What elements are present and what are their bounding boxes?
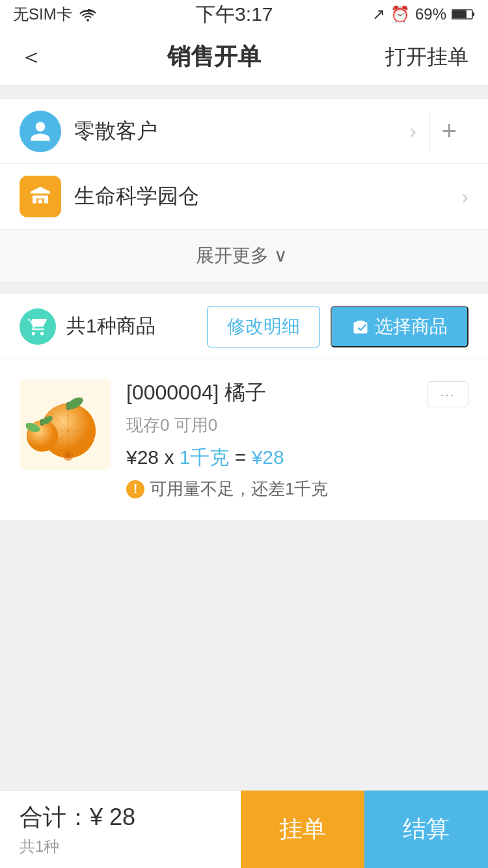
price-total: ¥28 <box>252 446 284 468</box>
open-pending-button[interactable]: 打开挂单 <box>385 43 468 72</box>
price-quantity: 1千克 <box>180 446 230 468</box>
expand-more-button[interactable]: 展开更多 ∨ <box>0 229 488 281</box>
edit-detail-button[interactable]: 修改明细 <box>207 306 320 347</box>
customer-avatar <box>20 111 61 152</box>
products-header: 共1种商品 修改明细 选择商品 <box>0 294 488 359</box>
status-bar-left: 无SIM卡 <box>13 4 97 25</box>
exclamation-icon: ! <box>133 481 138 496</box>
product-item: [0000004] 橘子 现存0 可用0 ¥28 x 1千克 = ¥28 ! 可… <box>0 359 488 520</box>
product-image <box>20 379 111 470</box>
product-info: [0000004] 橘子 现存0 可用0 ¥28 x 1千克 = ¥28 ! 可… <box>126 379 411 500</box>
empty-area <box>0 520 488 793</box>
price-base: ¥28 x <box>126 446 180 468</box>
total-value: ¥ 28 <box>90 804 135 830</box>
select-products-button[interactable]: 选择商品 <box>331 306 468 347</box>
product-stock: 现存0 可用0 <box>126 414 411 437</box>
total-amount: 合计：¥ 28 <box>20 802 221 834</box>
warehouse-avatar <box>20 176 61 217</box>
product-id: [0000004] <box>126 381 224 404</box>
battery-icon <box>452 8 475 20</box>
total-section: 合计：¥ 28 共1种 <box>0 791 241 868</box>
select-cart-icon <box>351 318 370 336</box>
product-title: 橘子 <box>224 381 266 404</box>
products-icon <box>20 308 56 345</box>
customer-chevron-icon: › <box>409 119 416 143</box>
product-more: ··· <box>427 379 468 500</box>
status-bar-time: 下午3:17 <box>196 1 273 28</box>
orange-image <box>26 385 104 463</box>
chevron-down-icon: ∨ <box>274 245 288 266</box>
page-title: 销售开单 <box>167 41 261 73</box>
total-count: 共1种 <box>20 836 221 857</box>
warehouse-name: 生命科学园仓 <box>74 182 461 211</box>
product-warning: ! 可用量不足，还差1千克 <box>126 478 411 500</box>
status-bar: 无SIM卡 下午3:17 ↗ ⏰ 69% <box>0 0 488 29</box>
status-bar-right: ↗ ⏰ 69% <box>372 5 475 23</box>
location-icon: ↗ <box>372 5 385 23</box>
warehouse-icon <box>29 185 52 208</box>
products-section: 共1种商品 修改明细 选择商品 <box>0 294 488 520</box>
customer-row[interactable]: 零散客户 › + <box>0 99 488 164</box>
alarm-icon: ⏰ <box>390 5 410 23</box>
hang-button[interactable]: 挂单 <box>241 791 364 868</box>
user-icon <box>29 120 52 143</box>
battery-text: 69% <box>415 5 446 23</box>
product-more-button[interactable]: ··· <box>427 381 468 407</box>
svg-rect-1 <box>472 12 474 16</box>
select-label: 选择商品 <box>375 314 448 339</box>
bottom-bar: 合计：¥ 28 共1种 挂单 结算 <box>0 790 488 868</box>
wifi-icon <box>79 7 97 21</box>
divider-1 <box>0 86 488 99</box>
carrier-text: 无SIM卡 <box>13 4 72 25</box>
plus-icon: + <box>442 116 457 146</box>
warehouse-row[interactable]: 生命科学园仓 › <box>0 164 488 229</box>
back-button[interactable]: ＜ <box>20 41 43 73</box>
warning-text: 可用量不足，还差1千克 <box>150 478 328 500</box>
warning-icon: ! <box>126 480 144 498</box>
total-label: 合计： <box>20 804 90 830</box>
cart-icon <box>27 316 48 337</box>
nav-bar: ＜ 销售开单 打开挂单 <box>0 29 488 86</box>
product-name: [0000004] 橘子 <box>126 379 411 407</box>
products-count: 共1种商品 <box>66 313 207 340</box>
checkout-button[interactable]: 结算 <box>364 791 488 868</box>
expand-label: 展开更多 <box>196 243 269 268</box>
product-price: ¥28 x 1千克 = ¥28 <box>126 444 411 471</box>
add-customer-button[interactable]: + <box>429 112 468 151</box>
svg-point-10 <box>66 453 71 458</box>
customer-name: 零散客户 <box>74 117 409 146</box>
warehouse-chevron-icon: › <box>461 185 468 209</box>
price-equals: = <box>229 446 251 468</box>
svg-rect-2 <box>452 10 467 18</box>
